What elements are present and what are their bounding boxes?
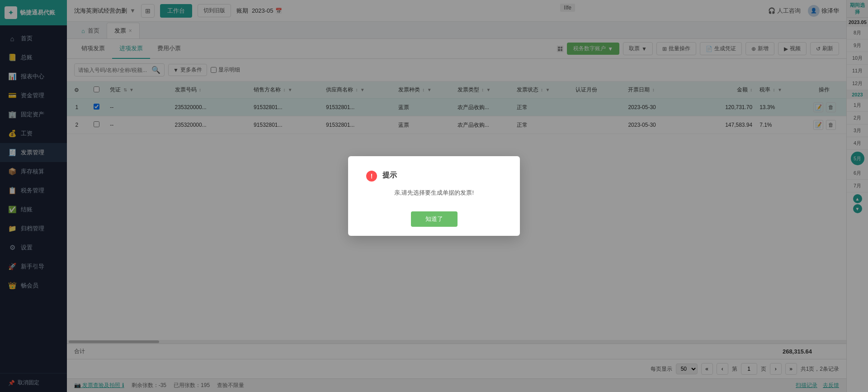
modal-overlay: ! 提示 亲,请先选择要生成单据的发票! 知道了 (0, 0, 868, 392)
modal-confirm-button[interactable]: 知道了 (411, 211, 458, 227)
modal-message: 亲,请先选择要生成单据的发票! (366, 189, 502, 197)
modal-footer: 知道了 (348, 208, 520, 236)
modal-warning-icon: ! (366, 171, 377, 182)
modal-dialog: ! 提示 亲,请先选择要生成单据的发票! 知道了 (348, 156, 520, 236)
modal-title: 提示 (382, 171, 397, 180)
modal-icon-row: ! 提示 (366, 171, 502, 182)
modal-body: ! 提示 亲,请先选择要生成单据的发票! (348, 156, 520, 208)
